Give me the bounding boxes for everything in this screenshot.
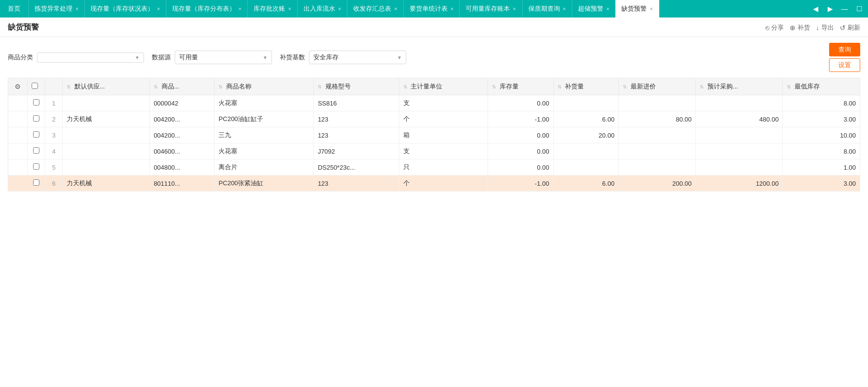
row-check[interactable] (28, 176, 45, 192)
row-gear (8, 176, 28, 192)
filter-row: 商品分类 ▼ 数据源 可用量 ▼ 补货基数 安全库存 ▼ 查询 设置 (0, 37, 868, 78)
nav-tab-4[interactable]: 库存批次账 × (248, 0, 297, 18)
th-product-name[interactable]: ⇅ 商品名称 (215, 78, 314, 95)
row-supplier (63, 159, 150, 176)
refresh-button[interactable]: ↺ 刷新 (840, 23, 860, 32)
close-icon[interactable]: × (394, 6, 397, 12)
th-spec[interactable]: ⇅ 规格型号 (314, 78, 399, 95)
row-product-name: 火花塞 (215, 95, 314, 111)
th-gear[interactable]: ⚙ (8, 78, 28, 95)
th-est-purchase[interactable]: ⇅ 预计采购... (696, 78, 783, 95)
nav-tab-7[interactable]: 要货单统计表 × (404, 0, 460, 18)
row-product-name: 离合片 (215, 159, 314, 176)
row-spec: J7092 (314, 143, 399, 159)
export-icon: ↓ (816, 24, 819, 32)
nav-next-button[interactable]: ▶ (823, 2, 837, 16)
nav-tab-home[interactable]: 首页 (0, 0, 29, 18)
row-check[interactable] (28, 127, 45, 143)
sort-icon: ⇅ (492, 84, 496, 89)
export-label: 导出 (821, 23, 834, 32)
close-icon[interactable]: × (563, 6, 566, 12)
minimize-button[interactable]: — (838, 2, 851, 16)
nav-tab-label: 现存量（库存状况表） (90, 4, 154, 13)
th-replenish[interactable]: ⇅ 补货量 (553, 78, 618, 95)
query-button[interactable]: 查询 (829, 43, 860, 56)
nav-tab-3[interactable]: 现存量（库存分布表） × (166, 0, 248, 18)
th-supplier[interactable]: ⇅ 默认供应... (63, 78, 150, 95)
row-checkbox[interactable] (33, 131, 39, 138)
replenish-icon: ⊕ (790, 24, 796, 32)
sort-icon: ⇅ (700, 84, 704, 89)
close-icon[interactable]: × (338, 6, 341, 12)
table-row[interactable]: 2 力天机械 004200... PC200油缸缸子 123 个 -1.00 6… (8, 111, 860, 127)
category-select[interactable]: ▼ (37, 53, 144, 63)
row-checkbox[interactable] (33, 115, 39, 122)
share-button[interactable]: ⎋ 分享 (765, 23, 784, 32)
th-stock[interactable]: ⇅ 库存量 (488, 78, 553, 95)
row-replenish: 6.00 (553, 111, 618, 127)
row-supplier (63, 127, 150, 143)
row-checkbox[interactable] (33, 179, 39, 186)
row-check[interactable] (28, 95, 45, 111)
nav-tab-9[interactable]: 保质期查询 × (523, 0, 572, 18)
settings-icon[interactable]: ⚙ (15, 83, 21, 90)
row-product-id: 0000042 (149, 95, 214, 111)
row-check[interactable] (28, 143, 45, 159)
row-checkbox[interactable] (33, 163, 39, 170)
sort-icon: ⇅ (403, 84, 407, 89)
share-label: 分享 (771, 23, 784, 32)
datasource-select[interactable]: 可用量 ▼ (175, 51, 272, 64)
row-gear (8, 111, 28, 127)
row-gear (8, 95, 28, 111)
table-row[interactable]: 3 004200... 三九 123 箱 0.00 20.00 10.00 (8, 127, 860, 143)
nav-tab-label: 拣货异常处理 (35, 4, 72, 13)
close-icon[interactable]: × (157, 6, 160, 12)
row-checkbox[interactable] (33, 99, 39, 106)
header-actions: ⎋ 分享 ⊕ 补货 ↓ 导出 ↺ 刷新 (765, 23, 860, 32)
page-header: 缺货预警 ⎋ 分享 ⊕ 补货 ↓ 导出 ↺ 刷新 (0, 18, 868, 37)
nav-bar: 首页 拣货异常处理 × 现存量（库存状况表） × 现存量（库存分布表） × 库存… (0, 0, 868, 18)
table-row[interactable]: 5 004800... 离合片 DS250*23c... 只 0.00 1.00 (8, 159, 860, 176)
nav-tab-6[interactable]: 收发存汇总表 × (347, 0, 403, 18)
category-filter-group: 商品分类 ▼ (8, 53, 144, 63)
table-container: ⚙ ⇅ 默认供应... ⇅ 商品... ⇅ (0, 78, 868, 192)
table-row[interactable]: 4 004600... 火花塞 J7092 支 0.00 8.00 (8, 143, 860, 159)
nav-tab-1[interactable]: 拣货异常处理 × (29, 0, 85, 18)
row-check[interactable] (28, 111, 45, 127)
select-all-checkbox[interactable] (32, 83, 38, 89)
row-check[interactable] (28, 159, 45, 176)
row-est-purchase: 1200.00 (696, 176, 783, 192)
th-product-id[interactable]: ⇅ 商品... (149, 78, 214, 95)
close-icon[interactable]: × (75, 6, 78, 12)
maximize-button[interactable]: ☐ (852, 2, 866, 16)
nav-tab-5[interactable]: 出入库流水 × (298, 0, 347, 18)
close-icon[interactable]: × (288, 6, 291, 12)
nav-tab-10[interactable]: 超储预警 × (572, 0, 615, 18)
close-icon[interactable]: × (650, 6, 652, 12)
th-min-stock[interactable]: ⇅ 最低库存 (783, 78, 860, 95)
close-icon[interactable]: × (451, 6, 453, 12)
replenish-select-value: 安全库存 (313, 53, 339, 62)
replenish-button[interactable]: ⊕ 补货 (790, 23, 810, 32)
replenish-select[interactable]: 安全库存 ▼ (309, 51, 406, 64)
table-row[interactable]: 6 力天机械 801110... PC200张紧油缸 123 个 -1.00 6… (8, 176, 860, 192)
nav-prev-button[interactable]: ◀ (809, 2, 822, 16)
nav-tab-2[interactable]: 现存量（库存状况表） × (85, 0, 166, 18)
nav-tab-8[interactable]: 可用量库存账本 × (460, 0, 522, 18)
nav-tab-11[interactable]: 缺货预警 × (615, 0, 659, 18)
data-table: ⚙ ⇅ 默认供应... ⇅ 商品... ⇅ (8, 78, 860, 192)
close-icon[interactable]: × (606, 6, 609, 12)
replenish-label: 补货 (797, 23, 810, 32)
close-icon[interactable]: × (238, 6, 241, 12)
table-row[interactable]: 1 0000042 火花塞 SS816 支 0.00 8.00 (8, 95, 860, 111)
close-icon[interactable]: × (513, 6, 516, 12)
row-gear (8, 127, 28, 143)
datasource-label: 数据源 (152, 53, 171, 62)
th-latest-price[interactable]: ⇅ 最新进价 (618, 78, 696, 95)
nav-tab-label: 可用量库存账本 (466, 4, 510, 13)
export-button[interactable]: ↓ 导出 (816, 23, 834, 32)
th-unit[interactable]: ⇅ 主计量单位 (399, 78, 488, 95)
settings-button[interactable]: 设置 (829, 58, 860, 72)
row-checkbox[interactable] (33, 147, 39, 154)
row-stock: 0.00 (488, 127, 553, 143)
